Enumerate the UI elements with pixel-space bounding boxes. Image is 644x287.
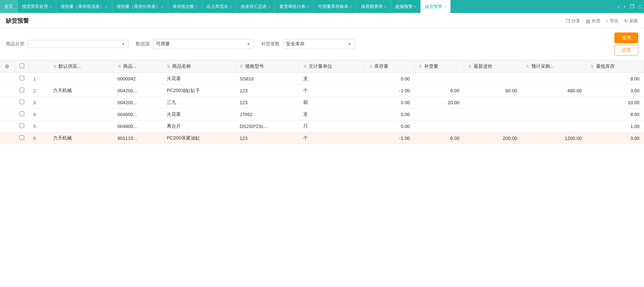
row-checkbox-4[interactable] <box>19 123 24 128</box>
tab-close-stock-status[interactable]: × <box>105 5 108 9</box>
row-checkbox-0[interactable] <box>19 76 24 80</box>
row-num-cell: 2 <box>29 85 49 97</box>
col-stock-qty[interactable]: ⇅ 库存量 <box>365 60 414 73</box>
tab-prev-button[interactable]: ‹ <box>615 0 622 13</box>
row-product-code-cell: 004200... <box>113 97 162 109</box>
col-unit[interactable]: ⇅ 主计量单位 <box>299 60 365 73</box>
table-body: 1 0000042 火花塞 SS816 支 0.00 8.00 2 力天机械 0… <box>0 73 644 144</box>
category-label: 商品分类 <box>6 41 25 47</box>
col-product-code[interactable]: ⇅ 商品... <box>113 60 162 73</box>
gear-icon[interactable]: ⚙ <box>5 63 9 69</box>
row-product-code-cell: 004800... <box>113 120 162 132</box>
row-checkbox-3[interactable] <box>19 111 24 116</box>
sort-icon-unit: ⇅ <box>303 64 306 69</box>
tab-close-abnormal[interactable]: × <box>49 5 52 9</box>
row-latest-price-cell <box>464 109 522 120</box>
row-checkbox-1[interactable] <box>19 88 24 92</box>
col-default-supplier[interactable]: ⇅ 默认供应... <box>49 60 113 73</box>
tab-close-inout-flow[interactable]: × <box>230 5 232 9</box>
sort-icon-name: ⇅ <box>167 64 170 69</box>
row-stock-qty-cell: 0.00 <box>365 120 414 132</box>
select-all-checkbox[interactable] <box>19 63 24 68</box>
row-supplier-cell: 力天机械 <box>49 132 113 144</box>
datasource-select[interactable]: 可用量 ▼ <box>153 39 254 49</box>
col-min-stock[interactable]: ⇅ 最低库存 <box>586 60 644 73</box>
col-est-purchase[interactable]: ⇅ 预计采购... <box>522 60 586 73</box>
tab-order-stats[interactable]: 要货单统计表 × <box>275 0 314 13</box>
row-unit-cell: 箱 <box>299 97 365 109</box>
row-latest-price-cell: 80.00 <box>464 85 522 97</box>
row-product-name-cell: 离合片 <box>162 120 235 132</box>
page-title: 缺货预警 <box>6 17 29 25</box>
tab-close-receipt-summary[interactable]: × <box>268 5 270 9</box>
col-spec-model[interactable]: ⇅ 规格型号 <box>235 60 299 73</box>
row-replenish-qty-cell: 6.00 <box>414 85 464 97</box>
sort-icon-replenish: ⇅ <box>419 64 422 69</box>
row-checkbox-cell[interactable] <box>14 109 29 120</box>
tab-close-available-ledger[interactable]: × <box>350 5 352 9</box>
tab-stock-dist[interactable]: 现存量（库存分布表） × <box>112 0 168 13</box>
row-checkbox-5[interactable] <box>19 135 24 140</box>
tab-close-stock-dist[interactable]: × <box>161 5 164 9</box>
header-actions: ❐ 分享 ▤ 补货 ↑ 导出 ↻ 刷新 <box>566 18 639 24</box>
row-supplier-cell <box>49 97 113 109</box>
row-checkbox-cell[interactable] <box>14 73 29 85</box>
col-latest-price[interactable]: ⇅ 最新进价 <box>464 60 522 73</box>
row-latest-price-cell <box>464 73 522 85</box>
tab-close-batch-account[interactable]: × <box>196 5 198 9</box>
share-button[interactable]: ❐ 分享 <box>566 18 580 24</box>
row-min-stock-cell: 3.00 <box>586 85 644 97</box>
row-spec-model-cell: 123 <box>235 132 299 144</box>
row-unit-cell: 个 <box>299 132 365 144</box>
replenish-base-filter-group: 补货基数 安全库存 ▼ <box>261 39 355 49</box>
tab-restore-button[interactable]: ❒ <box>628 0 637 13</box>
tab-close-overstock[interactable]: × <box>414 5 416 9</box>
tab-batch-account[interactable]: 库存批次账 × <box>168 0 203 13</box>
row-est-purchase-cell: 1200.00 <box>522 132 586 144</box>
row-replenish-qty-cell: 20.00 <box>414 97 464 109</box>
row-settings-cell <box>0 109 14 120</box>
row-unit-cell: 支 <box>299 73 365 85</box>
row-checkbox-cell[interactable] <box>14 132 29 144</box>
tab-available-ledger[interactable]: 可用量库存账本 × <box>314 0 357 13</box>
tab-abnormal[interactable]: 拣货异常处理 × <box>18 0 56 13</box>
tab-expiry[interactable]: 保质期查询 × <box>357 0 391 13</box>
replenish-base-select[interactable]: 安全库存 ▼ <box>283 39 355 49</box>
tab-inout-flow[interactable]: 出入库流水 × <box>202 0 236 13</box>
category-select[interactable]: ▼ <box>27 40 129 48</box>
tab-shortage[interactable]: 缺货预警 × <box>421 0 451 13</box>
tab-close-order-stats[interactable]: × <box>307 5 309 9</box>
settings-button[interactable]: 设置 <box>614 45 638 56</box>
tab-fullscreen-button[interactable]: □ <box>637 0 644 13</box>
row-checkbox-cell[interactable] <box>14 97 29 109</box>
row-num-cell: 3 <box>29 97 49 109</box>
row-spec-model-cell: J7092 <box>235 109 299 120</box>
tab-stock-status[interactable]: 现存量（库存状况表） × <box>56 0 112 13</box>
col-settings[interactable]: ⚙ <box>0 60 14 73</box>
tab-close-expiry[interactable]: × <box>384 5 386 9</box>
tab-next-button[interactable]: › <box>622 0 628 13</box>
refresh-button[interactable]: ↻ 刷新 <box>624 18 638 24</box>
tab-receipt-summary[interactable]: 收发存汇总表 × <box>236 0 275 13</box>
tab-home[interactable]: 首页 <box>0 0 18 13</box>
row-supplier-cell <box>49 109 113 120</box>
row-checkbox-cell[interactable] <box>14 85 29 97</box>
row-min-stock-cell: 3.00 <box>586 132 644 144</box>
row-checkbox-cell[interactable] <box>14 120 29 132</box>
col-replenish-qty[interactable]: ⇅ 补货量 <box>414 60 464 73</box>
col-product-name[interactable]: ⇅ 商品名称 <box>162 60 235 73</box>
row-est-purchase-cell <box>522 97 586 109</box>
replenish-button[interactable]: ▤ 补货 <box>586 18 600 24</box>
query-button[interactable]: 查询 <box>614 32 638 43</box>
row-supplier-cell: 力天机械 <box>49 85 113 97</box>
row-stock-qty-cell: -1.00 <box>365 85 414 97</box>
replenish-icon: ▤ <box>586 18 590 24</box>
row-checkbox-2[interactable] <box>19 100 24 104</box>
tab-overstock[interactable]: 超储预警 × <box>391 0 421 13</box>
row-unit-cell: 支 <box>299 109 365 120</box>
row-supplier-cell <box>49 120 113 132</box>
export-button[interactable]: ↑ 导出 <box>606 18 619 24</box>
row-settings-cell <box>0 73 14 85</box>
row-est-purchase-cell <box>522 120 586 132</box>
tab-close-shortage[interactable]: × <box>444 5 446 9</box>
